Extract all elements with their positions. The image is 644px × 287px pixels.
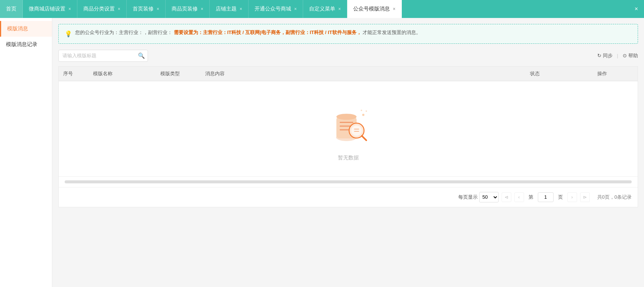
content-area: 💡 您的公众号行业为：主营行业：，副营行业： 需要设置为：主营行业：IT科技 /…: [52, 18, 644, 287]
search-button[interactable]: 🔍: [138, 52, 145, 59]
th-action: 操作: [593, 67, 638, 81]
svg-point-11: [362, 114, 364, 116]
sidebar-item-template-msg[interactable]: 模版消息: [0, 21, 52, 37]
nav-close-wechat-shop[interactable]: ×: [68, 6, 71, 12]
sidebar: 模版消息 模版消息记录: [0, 18, 52, 287]
notice-text: 您的公众号行业为：主营行业：，副营行业： 需要设置为：主营行业：IT科技 / 互…: [75, 29, 421, 37]
page-current-input[interactable]: 1: [538, 192, 554, 202]
page-size-dropdown[interactable]: 50 10 20 100: [479, 192, 499, 202]
pagination-row: 每页显示 50 10 20 100 ⊲ ‹ 第 1 页 › ⊳ 共0页，0条记录: [59, 187, 638, 207]
nav-close-public-template[interactable]: ×: [393, 6, 395, 12]
nav-label-product-decor: 商品页装修: [172, 6, 198, 12]
table-wrap: 序号 模版名称 模版类型 消息内容 状态 操作: [58, 66, 638, 207]
th-status: 状态: [526, 67, 593, 81]
nav-label-product-category: 商品分类设置: [83, 6, 115, 12]
th-content: 消息内容: [201, 67, 526, 81]
nav-item-product-decor[interactable]: 商品页装修 ×: [166, 0, 210, 18]
th-index: 序号: [59, 67, 89, 81]
help-button[interactable]: ⊙ 帮助: [623, 52, 638, 59]
help-icon: ⊙: [623, 53, 627, 58]
nav-item-product-category[interactable]: 商品分类设置 ×: [77, 0, 127, 18]
nav-close-open-public[interactable]: ×: [294, 6, 297, 12]
toolbar-right: ↻ 同步 | ⊙ 帮助: [597, 52, 638, 59]
search-input[interactable]: [58, 50, 148, 62]
nav-label-public-template: 公众号模版消息: [353, 6, 390, 12]
search-bar: 🔍 ↻ 同步 | ⊙ 帮助: [58, 50, 638, 62]
notice-highlight: 需要设置为：主营行业：IT科技 / 互联网|电子商务，副营行业：IT科技 / I…: [174, 30, 361, 35]
nav-item-open-public[interactable]: 开通公众号商城 ×: [249, 0, 303, 18]
nav-item-public-template[interactable]: 公众号模版消息 ×: [347, 0, 402, 18]
nav-label-custom-menu: 自定义菜单: [309, 6, 335, 12]
fake-scrollbar[interactable]: [65, 180, 632, 183]
notice-icon: 💡: [65, 29, 72, 39]
empty-text: 暂无数据: [338, 155, 359, 161]
search-input-wrap: 🔍: [58, 50, 148, 62]
nav-item-home-decor[interactable]: 首页装修 ×: [127, 0, 166, 18]
nav-close-home-decor[interactable]: ×: [157, 6, 159, 12]
global-close-button[interactable]: ×: [629, 0, 644, 18]
nav-item-wechat-shop[interactable]: 微商城店铺设置 ×: [23, 0, 77, 18]
th-type: 模版类型: [156, 67, 201, 81]
page-size-label: 每页显示: [458, 194, 478, 201]
nav-label-open-public: 开通公众号商城: [255, 6, 291, 12]
page-size-select: 每页显示 50 10 20 100: [458, 192, 499, 202]
nav-item-custom-menu[interactable]: 自定义菜单 ×: [303, 0, 347, 18]
th-name: 模版名称: [89, 67, 156, 81]
svg-point-2: [336, 114, 357, 120]
pagination-prev-button[interactable]: ‹: [514, 192, 524, 202]
nav-close-shop-theme[interactable]: ×: [240, 6, 242, 12]
pagination-next-button[interactable]: ›: [567, 192, 577, 202]
sync-icon: ↻: [597, 53, 601, 58]
notice-banner: 💡 您的公众号行业为：主营行业：，副营行业： 需要设置为：主营行业：IT科技 /…: [58, 24, 638, 44]
nav-label-shop-theme: 店铺主题: [216, 6, 237, 12]
top-nav: 首页 微商城店铺设置 × 商品分类设置 × 首页装修 × 商品页装修 × 店铺主…: [0, 0, 644, 18]
scrollbar-row: [59, 176, 638, 187]
table-header: 序号 模版名称 模版类型 消息内容 状态 操作: [59, 67, 638, 81]
nav-label-wechat-shop: 微商城店铺设置: [29, 6, 65, 12]
nav-label-home: 首页: [6, 6, 16, 12]
nav-close-product-category[interactable]: ×: [118, 6, 120, 12]
nav-label-home-decor: 首页装修: [133, 6, 154, 12]
svg-line-8: [362, 136, 366, 140]
page-ye-label: 页: [558, 194, 563, 201]
nav-close-product-decor[interactable]: ×: [201, 6, 203, 12]
nav-item-home[interactable]: 首页: [0, 0, 23, 18]
nav-close-custom-menu[interactable]: ×: [338, 6, 341, 12]
sidebar-item-template-msg-record[interactable]: 模版消息记录: [0, 37, 52, 52]
pagination-last-button[interactable]: ⊳: [580, 192, 590, 202]
main-layout: 模版消息 模版消息记录 💡 您的公众号行业为：主营行业：，副营行业： 需要设置为…: [0, 18, 644, 287]
empty-illustration: [326, 104, 371, 149]
page-di-label: 第: [529, 194, 533, 201]
pagination-total: 共0页，0条记录: [597, 194, 632, 201]
svg-point-7: [351, 125, 362, 136]
empty-state: 暂无数据: [59, 81, 638, 176]
sync-button[interactable]: ↻ 同步: [597, 52, 613, 59]
svg-point-12: [366, 110, 367, 112]
toolbar-divider: |: [617, 53, 618, 58]
nav-item-shop-theme[interactable]: 店铺主题 ×: [210, 0, 249, 18]
pagination-first-button[interactable]: ⊲: [502, 192, 511, 202]
svg-point-13: [361, 110, 362, 111]
